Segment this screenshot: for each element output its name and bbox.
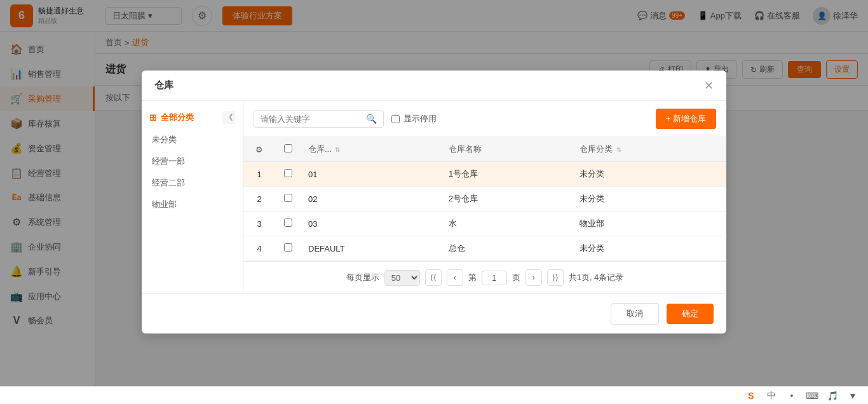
modal-overlay: 仓库 ✕ ⊞ 全部分类 《 未分类 经营一部 经营二部 物业部 [0, 0, 868, 404]
row-code: 02 [301, 187, 441, 212]
modal-toolbar: 🔍 显示停用 + 新增仓库 [243, 101, 726, 137]
row-checkbox[interactable] [284, 219, 292, 227]
table-row[interactable]: 2 02 2号仓库 未分类 [243, 187, 726, 212]
dot-icon: • [784, 388, 799, 403]
row-code: 01 [301, 162, 441, 187]
modal-main: 🔍 显示停用 + 新增仓库 ⚙ [243, 101, 726, 293]
row-checkbox-cell [275, 187, 301, 212]
modal-footer: 取消 确定 [142, 293, 726, 333]
row-name: 水 [441, 212, 572, 236]
modal-body: ⊞ 全部分类 《 未分类 经营一部 经营二部 物业部 🔍 [142, 101, 726, 293]
select-all-checkbox[interactable] [284, 144, 292, 152]
row-checkbox-cell [275, 236, 301, 261]
warehouse-modal: 仓库 ✕ ⊞ 全部分类 《 未分类 经营一部 经营二部 物业部 [142, 71, 726, 333]
row-category: 未分类 [572, 162, 726, 187]
row-category: 未分类 [572, 187, 726, 212]
row-index: 3 [243, 212, 275, 236]
row-code: 03 [301, 212, 441, 236]
prev-page-button[interactable]: ‹ [447, 269, 463, 286]
category-item-division1[interactable]: 经营一部 [142, 151, 243, 172]
settings-col-icon: ⚙ [255, 145, 263, 154]
bottom-bar: S 中 • ⌨ 🎵 ▼ [0, 386, 868, 404]
row-checkbox[interactable] [284, 169, 292, 177]
category-item-property[interactable]: 物业部 [142, 194, 243, 215]
sort-cat-icon: ⇅ [616, 146, 621, 153]
per-page-select[interactable]: 50 20 100 [384, 270, 420, 286]
search-icon: 🔍 [366, 114, 377, 124]
sort-code-icon: ⇅ [335, 146, 340, 153]
category-item-division2[interactable]: 经营二部 [142, 172, 243, 194]
col-code: 仓库... ⇅ [301, 137, 441, 162]
keyboard-icon[interactable]: ⌨ [804, 388, 820, 403]
pagination: 每页显示 50 20 100 ⟨⟨ ‹ 第 页 › ⟩⟩ 共1页, 4条记录 [243, 261, 726, 293]
next-page-button[interactable]: › [526, 269, 542, 286]
category-item-uncategorized[interactable]: 未分类 [142, 129, 243, 151]
chinese-input-icon[interactable]: 中 [764, 388, 779, 403]
row-code: DEFAULT [301, 236, 441, 261]
row-name: 1号仓库 [441, 162, 572, 187]
col-name: 仓库名称 [441, 137, 572, 162]
confirm-button[interactable]: 确定 [667, 304, 714, 324]
row-checkbox-cell [275, 162, 301, 187]
table-row[interactable]: 3 03 水 物业部 [243, 212, 726, 236]
col-settings: ⚙ [243, 137, 275, 162]
show-disabled-checkbox[interactable] [391, 115, 400, 123]
grid-icon: ⊞ [149, 112, 157, 123]
row-name: 总仓 [441, 236, 572, 261]
row-category: 物业部 [572, 212, 726, 236]
row-checkbox[interactable] [284, 243, 292, 252]
collapse-button[interactable]: 《 [222, 111, 235, 124]
row-checkbox-cell [275, 212, 301, 236]
search-input[interactable] [261, 114, 362, 124]
row-index: 4 [243, 236, 275, 261]
row-index: 2 [243, 187, 275, 212]
row-name: 2号仓库 [441, 187, 572, 212]
s-logo-icon: S [743, 388, 759, 403]
table-row[interactable]: 4 DEFAULT 总仓 未分类 [243, 236, 726, 261]
col-checkbox [275, 137, 301, 162]
expand-icon[interactable]: ▼ [845, 388, 860, 403]
modal-title: 仓库 [154, 79, 173, 91]
show-disabled-checkbox-label[interactable]: 显示停用 [391, 113, 437, 125]
close-button[interactable]: ✕ [704, 80, 714, 91]
music-icon: 🎵 [825, 388, 840, 403]
category-sidebar: ⊞ 全部分类 《 未分类 经营一部 经营二部 物业部 [142, 101, 243, 293]
row-index: 1 [243, 162, 275, 187]
add-warehouse-button[interactable]: + 新增仓库 [656, 109, 716, 129]
warehouse-table: ⚙ 仓库... ⇅ 仓库名称 [243, 137, 726, 261]
modal-header: 仓库 ✕ [142, 71, 726, 101]
last-page-button[interactable]: ⟩⟩ [547, 269, 564, 286]
search-box: 🔍 [254, 110, 384, 128]
table-row[interactable]: 1 01 1号仓库 未分类 [243, 162, 726, 187]
page-number-input[interactable] [482, 271, 507, 285]
first-page-button[interactable]: ⟨⟨ [425, 269, 442, 286]
col-category: 仓库分类 ⇅ [572, 137, 726, 162]
row-checkbox[interactable] [284, 194, 292, 202]
row-category: 未分类 [572, 236, 726, 261]
cancel-button[interactable]: 取消 [611, 303, 659, 325]
all-categories[interactable]: ⊞ 全部分类 《 [142, 106, 243, 129]
